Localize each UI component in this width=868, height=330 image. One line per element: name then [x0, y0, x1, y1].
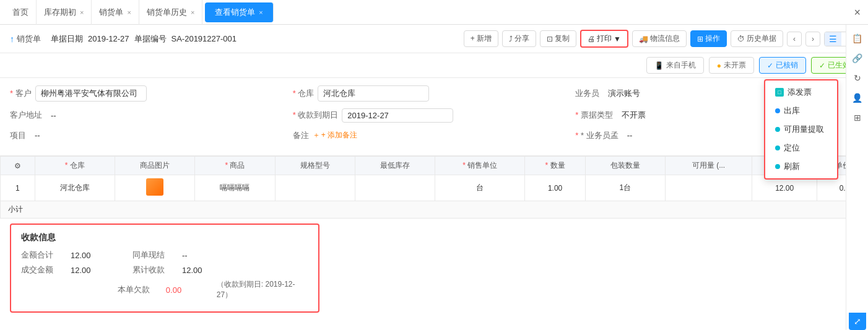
available-qty-item[interactable]: 可用量提取: [765, 120, 837, 139]
customer-label: 客户: [10, 88, 32, 99]
row-pack-qty: 1台: [585, 175, 665, 201]
col-warehouse: 仓库: [35, 157, 115, 175]
tab-view-sales-order[interactable]: 查看销货单 ×: [205, 2, 273, 22]
warehouse-label: 仓库: [293, 88, 315, 99]
status-bar: 📱 来自手机 ● 未开票 ✓ 已核销 ✓ 已生效: [0, 53, 868, 78]
close-inventory-init-tab[interactable]: ×: [80, 9, 84, 16]
transaction-amount-value: 12.00: [71, 266, 120, 275]
address-field: 客户地址 --: [10, 109, 293, 122]
col-unit: 销售单位: [435, 157, 525, 175]
close-sales-history-tab[interactable]: ×: [191, 9, 194, 16]
main-content: ↑ 销货单 单据日期 2019-12-27 单据编号 SA-20191227-0…: [0, 25, 868, 330]
next-record-button[interactable]: ›: [805, 32, 820, 46]
warehouse-field: 仓库 河北仓库: [293, 85, 576, 102]
table-row: 1 河北仓库 嗝嗝嗝嗝 台 1.00 1台 12.00 0.: [1, 175, 868, 201]
ticket-type-label: 票据类型: [575, 110, 613, 121]
table-header-row: ⚙ 仓库 商品图片 商品 规格型号 最低库存 销售单位 数量 包装数量 可用量 …: [1, 157, 868, 175]
prev-record-button[interactable]: ‹: [787, 32, 802, 46]
tab-sales-history[interactable]: 销货单历史 ×: [139, 0, 202, 25]
new-button[interactable]: + 新增: [464, 30, 498, 47]
settings-icon: ⚙: [14, 162, 21, 170]
no-invoice-button[interactable]: ● 未开票: [709, 57, 754, 74]
grid-icon: ⊞: [697, 35, 703, 43]
row-image: [115, 175, 194, 201]
history-button[interactable]: ⏱ 历史单据: [731, 30, 783, 47]
close-sales-order-tab[interactable]: ×: [127, 9, 131, 16]
plus-icon: ＋: [313, 130, 320, 141]
col-image: 商品图片: [115, 157, 194, 175]
total-amount-label: 金额合计: [21, 250, 71, 261]
payment-info-box: 收款信息 金额合计 12.00 同单现结 -- 成交金额 12.00 累计收款 …: [10, 224, 319, 313]
payment-title: 收款信息: [21, 232, 308, 243]
row-num: 1: [1, 175, 35, 201]
copy-button[interactable]: ⊡ 复制: [540, 30, 576, 47]
note-field: 备注 ＋ + 添加备注: [293, 130, 576, 141]
tab-sales-order[interactable]: 销货单 ×: [92, 0, 139, 25]
rotate-icon-btn[interactable]: ↻: [849, 69, 866, 87]
col-min-stock: 最低库存: [355, 157, 435, 175]
salesperson-value: --: [622, 129, 638, 142]
table-icon-btn[interactable]: ⊞: [849, 109, 866, 126]
same-order-settle-label: 同单现结: [132, 250, 182, 261]
operations-button[interactable]: ⊞ 操作: [690, 30, 727, 47]
project-field: 项目 --: [10, 129, 293, 142]
table-container: ⚙ 仓库 商品图片 商品 规格型号 最低库存 销售单位 数量 包装数量 可用量 …: [0, 156, 868, 219]
locate-dot: [775, 145, 780, 150]
logistics-button[interactable]: 🚚 物流信息: [632, 30, 687, 47]
col-available: 可用量 (...: [666, 157, 752, 175]
warehouse-value[interactable]: 河北仓库: [318, 85, 429, 102]
form-area: 客户 柳州粤港平安气体有限公司 仓库 河北仓库 业务员 演示账号 客户地址 --: [0, 78, 868, 156]
invoice-icon: □: [775, 88, 784, 97]
share-button[interactable]: ⤴ 分享: [502, 30, 536, 47]
row-available: [666, 175, 752, 201]
col-quantity: 数量: [525, 157, 585, 175]
current-due-label: 本单欠款: [118, 284, 166, 295]
clipboard-icon-btn[interactable]: 📋: [849, 30, 866, 47]
row-unit: 台: [435, 175, 525, 201]
ticket-type-value: 不开票: [617, 108, 651, 123]
customer-value[interactable]: 柳州粤港平安气体有限公司: [35, 85, 147, 102]
col-product: 商品: [195, 157, 275, 175]
col-pack-qty: 包装数量: [585, 157, 665, 175]
payment-row-1: 金额合计 12.00 同单现结 --: [21, 250, 308, 261]
expand-icon-btn[interactable]: ⤢: [849, 313, 866, 330]
payment-date-value[interactable]: 2019-12-27: [342, 108, 453, 123]
col-spec: 规格型号: [275, 157, 355, 175]
row-min-stock: [355, 175, 435, 201]
verified-button[interactable]: ✓ 已核销: [759, 57, 806, 74]
from-mobile-button[interactable]: 📱 来自手机: [646, 57, 704, 74]
doc-header: ↑ 销货单 单据日期 2019-12-27 单据编号 SA-20191227-0…: [0, 25, 868, 53]
tab-bar: 首页 库存期初 × 销货单 × 销货单历史 × 查看销货单 × ×: [0, 0, 868, 25]
col-settings[interactable]: ⚙: [1, 157, 35, 175]
share-icon: ⤴: [509, 35, 513, 43]
link-icon-btn[interactable]: 🔗: [849, 50, 866, 67]
product-image: [146, 178, 163, 196]
salesperson-label: * 业务员孟: [575, 130, 618, 141]
outbound-dot: [775, 108, 780, 113]
cumulative-payment-label: 累计收款: [132, 264, 182, 276]
window-close-button[interactable]: ×: [854, 6, 861, 19]
print-dropdown-arrow: ▼: [614, 35, 621, 43]
total-amount-value: 12.00: [71, 251, 120, 260]
cumulative-payment-value: 12.00: [182, 266, 202, 275]
list-view-button[interactable]: ☰: [825, 32, 841, 46]
print-button[interactable]: 🖨 打印 ▼: [580, 30, 628, 48]
right-sidebar: 📋 🔗 ↻ 👤 ⊞ ⤢: [846, 25, 868, 330]
close-view-sales-tab[interactable]: ×: [259, 9, 263, 16]
locate-item[interactable]: 定位: [765, 139, 837, 157]
row-warehouse: 河北仓库: [35, 175, 115, 201]
note-label: 备注: [293, 130, 309, 141]
add-invoice-item[interactable]: □ 添发票: [765, 83, 837, 102]
row-product: 嗝嗝嗝嗝: [195, 175, 275, 201]
doc-icon: ↑: [10, 34, 14, 44]
payment-date-label: 收款到期日: [293, 110, 339, 121]
user-icon-btn[interactable]: 👤: [849, 89, 866, 106]
toolbar-right: + 新增 ⤴ 分享 ⊡ 复制 🖨 打印 ▼ 🚚 物流信息: [464, 30, 858, 48]
transaction-amount-label: 成交金额: [21, 264, 71, 276]
tab-inventory-init[interactable]: 库存期初 ×: [37, 0, 92, 25]
row-spec: [275, 175, 355, 201]
outbound-item[interactable]: 出库: [765, 102, 837, 120]
add-note-button[interactable]: ＋ + 添加备注: [313, 130, 357, 141]
tab-home[interactable]: 首页: [5, 0, 37, 25]
refresh-item[interactable]: 刷新: [765, 157, 837, 176]
